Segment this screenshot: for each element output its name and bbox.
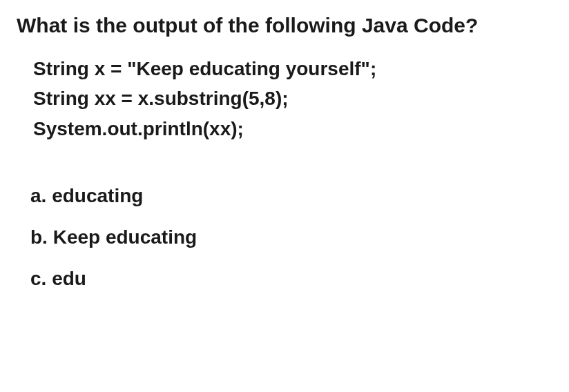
option-c[interactable]: c. edu bbox=[30, 268, 552, 290]
code-block: String x = "Keep educating yourself"; St… bbox=[17, 54, 552, 144]
code-line-1: String x = "Keep educating yourself"; bbox=[33, 54, 552, 84]
answer-options: a. educating b. Keep educating c. edu bbox=[17, 185, 552, 290]
option-b[interactable]: b. Keep educating bbox=[30, 226, 552, 248]
code-line-3: System.out.println(xx); bbox=[33, 114, 552, 144]
code-line-2: String xx = x.substring(5,8); bbox=[33, 84, 552, 113]
question-title: What is the output of the following Java… bbox=[17, 14, 552, 37]
option-a[interactable]: a. educating bbox=[30, 185, 552, 207]
